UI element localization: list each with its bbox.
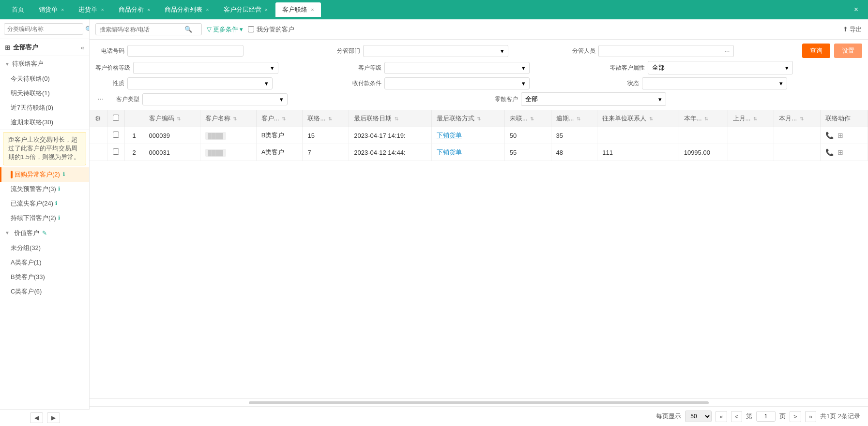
col-uncontacted[interactable]: 未联... ⇅ [504,110,551,127]
sidebar-item-today[interactable]: 今天待联络(0) [0,72,89,86]
row1-name[interactable]: ████ [200,127,256,144]
filter-payment-select[interactable]: ▾ [384,77,530,89]
col-this-month-sort[interactable]: ⇅ [800,116,804,121]
sidebar-item-class-b[interactable]: B类客户(33) [0,270,89,284]
row2-name[interactable]: ████ [200,144,256,161]
row1-method-link[interactable]: 下销货单 [437,132,462,139]
filter-customer-type-select[interactable]: ▾ [142,93,288,105]
filter-more-button[interactable]: ··· [95,95,106,103]
horizontal-scrollbar[interactable] [90,398,868,406]
first-page-btn[interactable]: « [716,411,727,422]
lost-info-icon[interactable]: ℹ [55,200,57,206]
col-prev-contact-sort[interactable]: ⇅ [649,116,653,121]
col-last-method[interactable]: 最后联络方式 ⇅ [431,110,504,127]
row2-last-method[interactable]: 下销货单 [431,144,504,161]
pending-contact-header[interactable]: ▼ 待联络客户 [0,56,89,72]
sidebar-item-week[interactable]: 近7天待联络(0) [0,101,89,115]
col-type-sort[interactable]: ⇅ [282,116,286,121]
filter-person-more[interactable]: ··· [725,47,730,55]
collapse-icon[interactable]: « [81,44,84,51]
tab-home[interactable]: 首页 [5,2,31,17]
row2-detail-icon[interactable]: ⊞ [838,148,843,156]
last-page-btn[interactable]: » [805,411,816,422]
filter-customer-level-select[interactable]: ▾ [384,62,530,74]
col-last-date[interactable]: 最后联络日期 ⇅ [349,110,432,127]
tab-purchase-close[interactable]: × [101,7,104,13]
col-code-sort[interactable]: ⇅ [177,116,181,121]
row2-check[interactable] [107,144,124,161]
filter-dept-select[interactable]: ▾ [363,45,508,57]
tab-product-analysis-close[interactable]: × [147,7,150,13]
row2-checkbox[interactable] [113,148,119,155]
col-check[interactable] [107,110,124,127]
sidebar-item-decline[interactable]: 持续下滑客户(2) ℹ [0,211,89,225]
tab-sales[interactable]: 销货单 × [32,2,71,17]
tab-customer-contact[interactable]: 客户联络 × [275,2,320,17]
col-name-sort[interactable]: ⇅ [233,116,237,121]
col-last-method-sort[interactable]: ⇅ [477,116,481,121]
my-customers-checkbox[interactable] [248,26,254,32]
tab-sales-close[interactable]: × [61,7,64,13]
sidebar-search-icon[interactable]: 🔍 [85,26,90,33]
col-this-year-sort[interactable]: ⇅ [704,116,708,121]
all-customers-header[interactable]: ⊞ 全部客户 « [0,39,89,56]
col-last-date-sort[interactable]: ⇅ [395,116,398,121]
col-last-month[interactable]: 上月... ⇅ [728,110,774,127]
filter-person-select[interactable]: ··· [598,45,734,57]
my-customers-toggle[interactable]: 我分管的客户 [248,25,294,34]
col-this-year[interactable]: 本年... ⇅ [679,110,728,127]
decline-info-icon[interactable]: ℹ [58,215,60,221]
sidebar-item-class-a[interactable]: A类客户(1) [0,255,89,270]
row1-checkbox[interactable] [113,132,119,138]
repurchase-info-icon[interactable]: ℹ [63,171,65,177]
col-this-month[interactable]: 本月... ⇅ [774,110,821,127]
col-overdue-sort[interactable]: ⇅ [577,116,580,121]
row1-code[interactable]: 000039 [144,127,200,144]
filter-nature-select[interactable]: ▾ [127,77,273,89]
tab-product-analysis[interactable]: 商品分析 × [112,2,157,17]
col-name[interactable]: 客户名称 ⇅ [200,110,256,127]
query-button[interactable]: 查询 [802,44,830,58]
col-last-month-sort[interactable]: ⇅ [753,116,757,121]
row1-last-method[interactable]: 下销货单 [431,127,504,144]
row1-check[interactable] [107,127,124,144]
main-search-input[interactable] [100,26,182,33]
row2-code[interactable]: 000031 [144,144,200,161]
sidebar-item-lost-predict[interactable]: 流失预警客户(3) ℹ [0,182,89,196]
col-type[interactable]: 客户... ⇅ [256,110,303,127]
tab-product-analysis-list[interactable]: 商品分析列表 × [158,2,215,17]
filter-status-select[interactable]: ▾ [642,77,787,89]
col-overdue[interactable]: 逾期... ⇅ [551,110,597,127]
filter-phone-input[interactable] [127,45,244,57]
row2-phone-icon[interactable]: 📞 [825,148,834,156]
lost-predict-info-icon[interactable]: ℹ [58,186,60,192]
filter-price-level-select[interactable]: ▾ [133,62,278,74]
col-contact-sort[interactable]: ⇅ [328,116,332,121]
value-customer-edit-icon[interactable]: ✎ [42,230,47,236]
tab-customer-segment[interactable]: 客户分层经营 × [217,2,274,17]
sidebar-search-input[interactable] [4,23,83,35]
col-contact[interactable]: 联络... ⇅ [303,110,349,127]
settings-button[interactable]: 设置 [834,44,862,58]
sidebar-item-class-c[interactable]: C类客户(6) [0,284,89,299]
sidebar-item-lost[interactable]: 已流失客户(24) ℹ [0,196,89,211]
sidebar-item-unclassified[interactable]: 未分组(32) [0,241,89,255]
tab-customer-contact-close[interactable]: × [311,7,314,13]
sidebar-next-btn[interactable]: ▶ [47,412,60,423]
scroll-bar-thumb[interactable] [249,401,709,404]
table-settings-icon[interactable]: ⚙ [95,115,101,122]
main-search-icon[interactable]: 🔍 [184,26,192,33]
tab-customer-segment-close[interactable]: × [265,7,268,13]
select-all-checkbox[interactable] [113,115,119,121]
value-customer-header[interactable]: ▼ 价值客户 ✎ [0,225,89,241]
repurchase-abnormal-item[interactable]: 回购异常客户(2) ℹ [0,167,89,182]
sidebar-item-tomorrow[interactable]: 明天待联络(1) [0,86,89,101]
tab-purchase[interactable]: 进货单 × [72,2,110,17]
repurchase-abnormal-label-wrap[interactable]: 回购异常客户(2) ℹ [0,167,89,182]
prev-page-btn[interactable]: < [731,411,743,422]
sidebar-item-overdue-contact[interactable]: 逾期未联络(30) [0,115,89,130]
next-page-btn[interactable]: > [790,411,801,422]
tab-product-analysis-list-close[interactable]: × [206,7,209,13]
row1-phone-icon[interactable]: 📞 [825,132,834,139]
col-uncontacted-sort[interactable]: ⇅ [530,116,534,121]
